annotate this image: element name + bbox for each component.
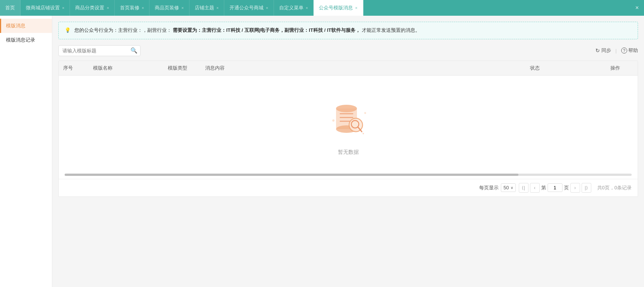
- page-navigation: ⟨| ‹ 第 页 › |⟩: [519, 183, 591, 193]
- nav-tab-close-template-msg[interactable]: ×: [355, 6, 357, 10]
- next-page-button[interactable]: ›: [570, 183, 580, 193]
- table: 序号 模版名称 模版类型 消息内容 状态 操作: [58, 61, 638, 197]
- divider: |: [616, 48, 617, 54]
- page-size-value: 50: [503, 185, 509, 190]
- nav-tab-label-template-msg: 公众号模版消息: [319, 4, 353, 11]
- nav-tab-label-open-mall: 开通公众号商城: [229, 4, 264, 11]
- svg-point-11: [364, 112, 366, 114]
- col-content: 消息内容: [201, 61, 526, 75]
- notice-suffix: 才能正常发送预置的消息。: [362, 27, 420, 33]
- scrollbar-track[interactable]: [65, 174, 632, 176]
- help-icon: ?: [621, 48, 627, 54]
- nav-tab-close-category-settings[interactable]: ×: [107, 6, 109, 10]
- col-action: 操作: [593, 61, 638, 75]
- empty-illustration: [326, 98, 371, 143]
- scrollbar-thumb[interactable]: [65, 174, 518, 176]
- nav-tab-category-settings[interactable]: 商品分类设置×: [70, 0, 114, 16]
- page-suffix: 页: [564, 184, 569, 191]
- empty-text: 暂无数据: [338, 149, 359, 156]
- sidebar-item-template-msg[interactable]: 模版消息: [0, 19, 52, 33]
- page-label: 第: [541, 184, 546, 191]
- nav-tab-close-open-mall[interactable]: ×: [266, 6, 268, 10]
- nav-tab-homepage-decor[interactable]: 首页装修×: [115, 0, 150, 16]
- nav-tab-label-store-settings: 微商城店铺设置: [26, 4, 60, 11]
- sidebar-item-template-history[interactable]: 模版消息记录: [0, 33, 52, 47]
- content-area: 💡 您的公众号行业为：主营行业：，副营行业： 需要设置为：主营行业：IT科技 /…: [52, 16, 644, 287]
- page-size-select: 每页显示 50 ∨: [479, 183, 515, 192]
- nav-tab-product-decor[interactable]: 商品页装修×: [150, 0, 189, 16]
- nav-tab-home[interactable]: 首页: [0, 0, 21, 16]
- col-type: 模版类型: [163, 61, 201, 75]
- page-total: 共0页，0条记录: [597, 184, 632, 191]
- chevron-down-icon: ∨: [511, 186, 513, 190]
- nav-tab-label-category-settings: 商品分类设置: [75, 4, 104, 11]
- nav-tab-label-homepage-decor: 首页装修: [120, 4, 139, 11]
- sidebar: 模版消息模版消息记录: [0, 16, 52, 287]
- notice-prefix: 您的公众号行业为：主营行业：，副营行业：: [74, 27, 172, 33]
- nav-tab-close-store-settings[interactable]: ×: [62, 6, 64, 10]
- notice-highlight: 需要设置为：主营行业：IT科技 / 互联网|电子商务，副营行业：IT科技 / I…: [173, 27, 360, 33]
- svg-point-3: [336, 105, 357, 112]
- nav-tab-label-store-theme: 店铺主题: [195, 4, 214, 11]
- lightbulb-icon: 💡: [65, 27, 71, 33]
- search-input[interactable]: [58, 45, 141, 56]
- svg-point-10: [332, 119, 335, 122]
- help-button[interactable]: ? 帮助: [621, 47, 638, 54]
- nav-tab-open-mall[interactable]: 开通公众号商城×: [224, 0, 274, 16]
- col-status: 状态: [526, 61, 593, 75]
- search-icon[interactable]: 🔍: [130, 47, 138, 54]
- empty-state: 暂无数据: [59, 76, 638, 171]
- nav-tab-store-theme[interactable]: 店铺主题×: [189, 0, 224, 16]
- page-size-label: 每页显示: [479, 184, 499, 191]
- svg-point-12: [363, 133, 364, 134]
- close-all-tabs-button[interactable]: ×: [630, 4, 644, 11]
- search-input-wrap: 🔍: [58, 45, 141, 56]
- scrollbar-wrap: [59, 171, 638, 179]
- nav-tab-close-homepage-decor[interactable]: ×: [142, 6, 144, 10]
- page-size-dropdown[interactable]: 50 ∨: [501, 183, 515, 192]
- nav-tab-close-custom-menu[interactable]: ×: [306, 6, 308, 10]
- pagination: 每页显示 50 ∨ ⟨| ‹ 第 页 › |⟩ 共0页，0条记录: [59, 179, 638, 196]
- first-page-button[interactable]: ⟨|: [519, 183, 529, 193]
- nav-tab-template-msg[interactable]: 公众号模版消息×: [314, 0, 363, 16]
- main-layout: 模版消息模版消息记录 💡 您的公众号行业为：主营行业：，副营行业： 需要设置为：…: [0, 16, 644, 287]
- nav-tab-label-home: 首页: [5, 4, 15, 11]
- sync-label: 同步: [601, 47, 611, 54]
- last-page-button[interactable]: |⟩: [582, 183, 591, 193]
- top-nav: 首页微商城店铺设置×商品分类设置×首页装修×商品页装修×店铺主题×开通公众号商城…: [0, 0, 644, 16]
- search-bar: 🔍 ↻ 同步 | ? 帮助: [58, 45, 638, 56]
- col-seq: 序号: [59, 61, 89, 75]
- nav-tab-custom-menu[interactable]: 自定义菜单×: [274, 0, 314, 16]
- nav-tab-label-product-decor: 商品页装修: [155, 4, 179, 11]
- search-right: ↻ 同步 | ? 帮助: [595, 47, 638, 54]
- notice-box: 💡 您的公众号行业为：主营行业：，副营行业： 需要设置为：主营行业：IT科技 /…: [58, 22, 638, 39]
- nav-tab-close-product-decor[interactable]: ×: [181, 6, 184, 10]
- nav-tab-store-settings[interactable]: 微商城店铺设置×: [21, 0, 70, 16]
- refresh-icon: ↻: [595, 48, 600, 54]
- page-number-input[interactable]: [548, 183, 563, 192]
- col-name: 模版名称: [89, 61, 163, 75]
- nav-tab-close-store-theme[interactable]: ×: [216, 6, 219, 10]
- search-left: 🔍: [58, 45, 141, 56]
- help-label: 帮助: [628, 47, 638, 54]
- nav-tab-label-custom-menu: 自定义菜单: [279, 4, 303, 11]
- sync-button[interactable]: ↻ 同步: [595, 47, 611, 54]
- table-header: 序号 模版名称 模版类型 消息内容 状态 操作: [59, 61, 638, 76]
- prev-page-button[interactable]: ‹: [530, 183, 540, 193]
